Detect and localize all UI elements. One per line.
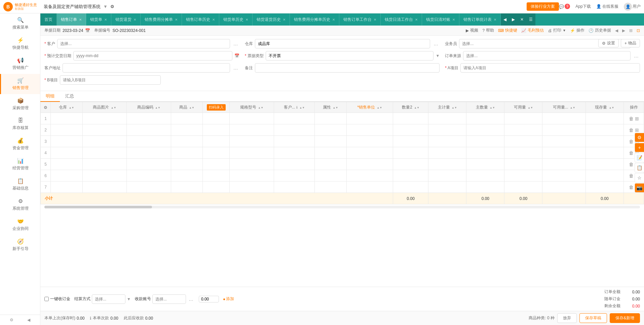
row-quantity2-7[interactable] [393,181,428,193]
row-product-5[interactable] [171,159,203,170]
row-product-code-3[interactable] [127,136,171,147]
row-delete-7[interactable]: 🗑 [629,185,634,190]
row-spec-type-3[interactable] [230,136,274,147]
row-main-qty-1[interactable] [466,113,504,124]
col-available2[interactable]: 可用量... ▲▼ [542,102,585,113]
tab-cash-daily-workbench[interactable]: 钱货日清工作台 ✕ [381,13,422,26]
sidebar-settings-icon[interactable]: ⚙ [10,318,13,322]
toolbar-prev-icon[interactable]: ◀ [615,28,618,33]
remark-input[interactable] [255,63,440,73]
sidebar-item-newbie[interactable]: 🧭 新手引导 [0,235,40,255]
col-product-code[interactable]: 商品编码 ▲▼ [127,102,171,113]
one-click-deposit-checkbox[interactable]: 一键收订金 [44,296,70,302]
col-spec-type[interactable]: 规格型号 ▲▼ [230,102,274,113]
row-delete-3[interactable]: 🗑 [629,139,634,144]
tab-close-sales-return[interactable]: ✕ [104,18,107,22]
online-support-link[interactable]: 👤 在线客服 [596,4,618,9]
delivery-date-input[interactable] [73,51,232,60]
row-warehouse-3[interactable] [51,136,83,147]
sidebar-item-search[interactable]: 🔍 搜索菜单 [0,13,40,34]
tab-cash-daily-reconcile[interactable]: 钱货日清对账 ✕ [422,13,459,26]
payment-method-chevron-icon[interactable]: ▼ [127,297,131,301]
row-attributes-7[interactable] [314,181,346,193]
chevron-down-icon[interactable]: ▼ [103,4,108,9]
row-product-code-5[interactable] [127,159,171,170]
row-product-6[interactable] [171,170,203,181]
row-main-qty-6[interactable] [466,170,504,181]
tab-sales-order-summary[interactable]: 销售订单统计表 ✕ [459,13,501,26]
row-customer-5[interactable] [274,159,314,170]
tab-sales-order-history[interactable]: 销售订单历史 ✕ [182,13,219,26]
operations-button[interactable]: ⚡ 操作 [570,28,584,33]
tab-sales-return[interactable]: 销货单 ✕ [86,13,111,26]
content-tab-summary[interactable]: 汇总 [60,91,79,102]
tab-close-sales-refund[interactable]: ✕ [134,18,136,22]
row-product-1[interactable] [171,113,203,124]
row-sales-unit-6[interactable] [346,170,393,181]
tab-close-sales-return-history[interactable]: ✕ [245,18,248,22]
col-scan-input[interactable]: 扫码录入 [203,102,230,113]
account-more-icon[interactable]: … [187,296,195,302]
row-product-code-7[interactable] [127,181,171,193]
delivery-calendar-icon[interactable]: 📅 [234,53,239,58]
right-icon-add[interactable]: + [635,143,644,152]
sidebar-item-collab[interactable]: 🤝 企业协同 [0,215,40,235]
invoice-type-input[interactable] [266,51,434,60]
row-copy-2[interactable]: ⊞ [635,127,639,133]
tab-close-sales-order-history[interactable]: ✕ [212,18,215,22]
row-attributes-4[interactable] [314,147,346,159]
row-product-7[interactable] [171,181,203,193]
tab-close-cash-daily-workbench[interactable]: ✕ [415,18,418,22]
col-customer-field[interactable]: 客户... ℹ ▲▼ [274,102,314,113]
calendar-icon[interactable]: 📅 [85,28,90,33]
toolbar-next-icon[interactable]: ▶ [622,28,625,33]
sidebar-item-finance[interactable]: 💰 资金管理 [0,134,40,154]
row-spec-type-2[interactable] [230,124,274,136]
col-settings[interactable]: ⚙ [41,102,51,113]
row-spec-type-7[interactable] [230,181,274,193]
tab-close-sales-fee-split[interactable]: ✕ [175,18,178,22]
row-main-qty-2[interactable] [466,124,504,136]
warehouse-more-icon[interactable]: … [432,41,440,46]
row-sales-unit-3[interactable] [346,136,393,147]
profit-forecast-button[interactable]: 📈 毛利预估 [521,28,544,33]
account-input[interactable] [152,294,186,304]
row-attributes-5[interactable] [314,159,346,170]
row-main-qty-4[interactable] [466,147,504,159]
row-product-code-1[interactable] [127,113,171,124]
row-customer-7[interactable] [274,181,314,193]
row-customer-4[interactable] [274,147,314,159]
row-attributes-1[interactable] [314,113,346,124]
row-sales-unit-4[interactable] [346,147,393,159]
save-new-button[interactable]: 保存&新增 [610,313,640,323]
tab-sales-fee-history[interactable]: 销售费用分摊单历史 ✕ [290,13,339,26]
save-draft-button[interactable]: 保存草稿 [579,313,607,323]
row-warehouse-4[interactable] [51,147,83,159]
settings-button[interactable]: ⚙ 设置 [598,39,619,47]
user-menu[interactable]: 👤 用户 [624,3,641,11]
row-attributes-2[interactable] [314,124,346,136]
right-icon-notes[interactable]: 📝 [635,153,644,162]
row-spec-type-4[interactable] [230,147,274,159]
col-main-unit[interactable]: 主计量 ▲▼ [428,102,466,113]
add-payment-button[interactable]: ● 添加 [223,296,234,302]
row-sales-unit-2[interactable] [346,124,393,136]
row-warehouse-1[interactable] [51,113,83,124]
row-delete-4[interactable]: 🗑 [629,150,634,156]
add-goods-button[interactable]: + 物品 [621,39,640,47]
print-button[interactable]: 🖨 打印 ▼ [548,28,566,33]
row-warehouse-2[interactable] [51,124,83,136]
industry-solution-button[interactable]: 体验行业方案 [527,2,559,11]
deposit-amount-input[interactable] [199,296,219,302]
row-product-code-6[interactable] [127,170,171,181]
col-sales-unit[interactable]: *销售单位 ▲▼ [346,102,393,113]
app-download-link[interactable]: App下载 [575,4,591,9]
col-product-img[interactable]: 商品图片 ▲▼ [82,102,126,113]
right-icon-star[interactable]: ☆ [635,173,644,182]
tab-sales-fee-split[interactable]: 销售费用分摊单 ✕ [141,13,182,26]
tab-home[interactable]: 首页 [40,13,57,26]
row-product-2[interactable] [171,124,203,136]
shortcuts-button[interactable]: ⌨ 快捷键 [498,28,517,33]
warehouse-input[interactable] [255,39,430,48]
tab-menu-button[interactable]: ☰ [526,13,535,26]
